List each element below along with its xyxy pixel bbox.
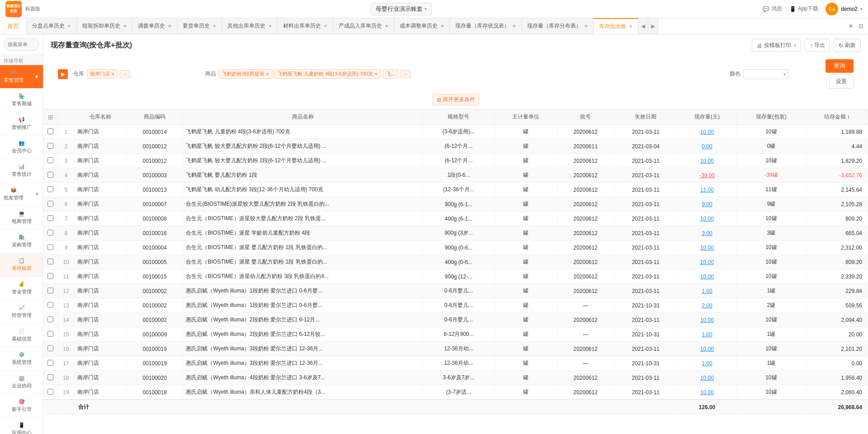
tab-close-xiancunfenbu[interactable]: ✕ [584,24,588,28]
sidebar-item-operation[interactable]: 📈 经营管理 [0,300,43,324]
template-print-btn[interactable]: 🖨 按模板打印 ▾ [752,39,801,52]
tab-close-chengbentiao[interactable]: ✕ [440,24,444,28]
tab-close-cailiaochu[interactable]: ✕ [324,24,327,28]
sidebar-item-zero-shop[interactable]: 🏪 零售商城 [0,89,43,112]
filter-expand-arrow-btn[interactable]: ▶ [58,69,68,79]
cell-checkbox[interactable] [43,154,58,168]
cell-stock-main[interactable]: 1.00 [678,327,737,342]
cell-checkbox[interactable] [43,255,58,269]
warehouse-tag-naan[interactable]: 南岸门店 ✕ [87,69,118,79]
cell-stock-main[interactable]: 10.00 [678,212,737,226]
tab-close-zuzhuang[interactable]: ✕ [123,24,127,28]
sidebar-item-appcenter[interactable]: 📱 应用中心 [0,418,43,434]
cell-stock-main[interactable]: 1.00 [678,356,737,371]
wholesale-arrow-icon[interactable]: ▼ [35,192,39,197]
tab-qitachu[interactable]: 其他出库单历史 ✕ [222,18,278,34]
cell-checkbox[interactable] [43,385,58,400]
tab-action-close[interactable]: ✕ [846,22,855,31]
tab-close-kucunpici[interactable]: ✕ [629,24,632,29]
message-btn[interactable]: 💬 消息 [763,5,782,13]
cell-stock-main[interactable]: 10.00 [678,342,737,356]
tab-action-expand[interactable]: ⊡ [856,22,865,31]
export-btn[interactable]: ↑ 导出 [805,39,830,52]
cell-checkbox[interactable] [43,139,58,154]
app-download-btn[interactable]: 📱 App下载 [789,5,818,13]
sidebar-expand-icon[interactable]: ▼ [34,74,39,80]
cell-stock-main[interactable]: -39.00 [678,168,737,183]
expand-more-btn[interactable]: ⊞ 展开更多条件 [433,94,479,105]
cell-checkbox[interactable] [43,342,58,356]
warehouse-tag-close-icon[interactable]: ✕ [111,72,115,76]
table-container[interactable]: ⊞ 仓库名称 商品编码 商品名称 规格型号 主计量单位 批号 失效日期 现存量(… [43,109,868,434]
cell-checkbox[interactable] [43,197,58,212]
sidebar-item-finance[interactable]: 💰 资金管理 [0,277,43,300]
cell-checkbox[interactable] [43,269,58,284]
tab-close-chengpinru[interactable]: ✕ [385,24,388,28]
cell-stock-main[interactable]: 10.00 [678,385,737,400]
org-selector[interactable]: 母婴行业演示账套 ▾ [371,3,432,15]
user-area[interactable]: Ea demo2 ▾ [826,3,863,15]
sidebar-item-basic[interactable]: 📄 基础信息 [0,324,43,347]
cell-stock-main[interactable]: 10.00 [678,125,737,139]
cell-checkbox[interactable] [43,284,58,298]
search-input[interactable] [4,38,39,51]
sidebar-item-system[interactable]: ⚙️ 系统管理 [0,347,43,371]
cell-checkbox[interactable] [43,168,58,183]
cell-stock-main[interactable]: 9.00 [678,197,737,212]
cell-stock-main[interactable]: 11.00 [678,183,737,197]
product-tag-2-close[interactable]: ✕ [374,72,378,76]
tab-xiancunfenbu[interactable]: 现存量（库存分布表） ✕ [522,18,594,34]
tab-nav-next[interactable]: ▶ [648,18,658,34]
sidebar-item-ecommerce[interactable]: 💻 电商管理 [0,206,43,230]
tab-close-fenpan[interactable]: ✕ [67,24,71,28]
cell-stock-main[interactable]: 10.00 [678,241,737,255]
cell-checkbox[interactable] [43,183,58,197]
cell-checkbox[interactable] [43,371,58,385]
tab-close-diaob[interactable]: ✕ [168,24,171,28]
sidebar-item-marketing[interactable]: 📢 营销推广 [0,112,43,136]
tab-cailiaochu[interactable]: 材料出库单历史 ✕ [278,18,333,34]
sidebar-item-wholesale[interactable]: 📦 批发管理 ▼ [0,183,43,206]
tab-yaohuo[interactable]: 要货单历史 ✕ [177,18,222,34]
sidebar-item-inventory[interactable]: 📋 库存核算 [0,253,43,277]
product-tag-1-close[interactable]: ✕ [266,72,269,76]
cell-stock-main[interactable]: 1.00 [678,284,737,298]
tab-diaob[interactable]: 调拨单历史 ✕ [132,18,177,34]
tab-nav-prev[interactable]: ◀ [638,18,648,34]
refresh-btn[interactable]: ↻ 刷新 [834,39,861,52]
sidebar-item-guide[interactable]: 🎯 新手引导 [0,394,43,418]
settings-col-icon[interactable]: ⊞ [48,113,53,121]
cell-stock-main[interactable]: 2.00 [678,298,737,313]
cell-stock-main[interactable]: 10.00 [678,269,737,284]
cell-stock-main[interactable]: 0.00 [678,139,737,154]
sidebar-item-zero-stats[interactable]: 📊 零售统计 [0,159,43,183]
cell-checkbox[interactable] [43,356,58,371]
product-more-btn[interactable]: ··· [400,70,410,78]
sidebar-item-enterprise[interactable]: 🏢 企业协同 [0,371,43,394]
cell-stock-main[interactable]: 3.00 [678,226,737,241]
th-settings[interactable]: ⊞ [43,109,58,125]
cell-checkbox[interactable] [43,125,58,139]
cell-checkbox[interactable] [43,298,58,313]
cell-stock-main[interactable]: 10.00 [678,255,737,269]
tab-zuzhuang[interactable]: 组装拆卸单历史 ✕ [77,18,132,34]
cell-checkbox[interactable] [43,212,58,226]
product-tag-2[interactable]: 飞鹤星飞帆 儿童奶粉 4段(3-6岁适用) 700克 ✕ [274,69,381,79]
cell-stock-main[interactable]: 10.00 [678,154,737,168]
cell-stock-main[interactable]: 10.00 [678,371,737,385]
tab-xiancunzhuangkuang[interactable]: 现存量（库存状况表） ✕ [450,18,522,34]
tab-close-yaohuo[interactable]: ✕ [212,24,216,28]
org-selector-wrap[interactable]: 母婴行业演示账套 ▾ [371,3,432,15]
settings-btn[interactable]: 设置 [829,75,854,89]
tab-close-xiancunzhuangkuang[interactable]: ✕ [512,24,516,28]
sidebar-item-zero-retail[interactable]: 🛒 零售管理 ▼ [0,65,43,89]
tab-close-qitachu[interactable]: ✕ [268,24,272,28]
sidebar-item-purchase[interactable]: 🛍️ 采购管理 [0,230,43,253]
color-select[interactable] [743,69,788,79]
cell-checkbox[interactable] [43,226,58,241]
sidebar-item-member[interactable]: 👥 会员中心 [0,136,43,159]
product-tag-1[interactable]: 飞鹤奶粉3段两提装 ✕ [219,69,273,79]
balance-info-icon[interactable]: ℹ [848,114,849,119]
cell-checkbox[interactable] [43,327,58,342]
cell-checkbox[interactable] [43,313,58,327]
